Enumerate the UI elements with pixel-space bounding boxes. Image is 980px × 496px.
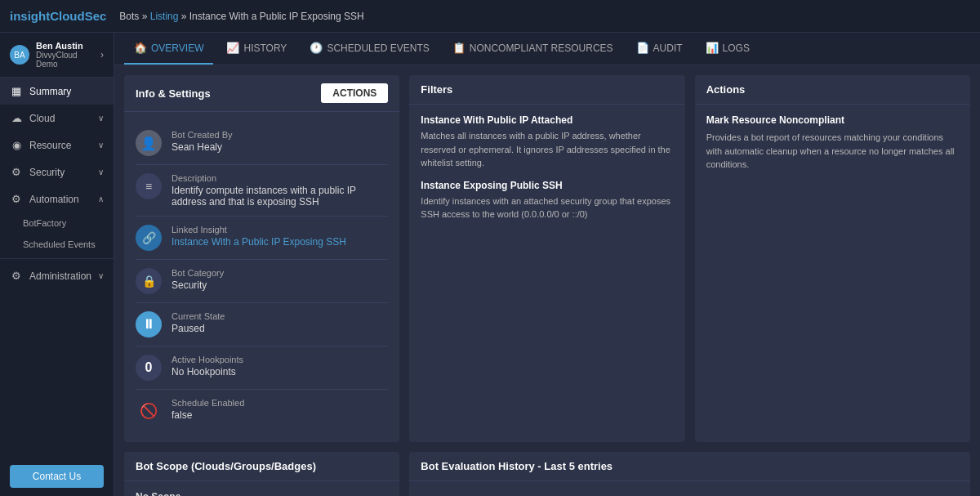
breadcrumb-sep2: » (181, 11, 189, 22)
chevron-down-icon: ∨ (98, 271, 104, 280)
description-label: Description (172, 173, 388, 183)
clock-icon: 🕐 (310, 42, 323, 54)
sidebar-item-label: Automation (29, 194, 98, 205)
chevron-up-icon: ∧ (98, 194, 104, 203)
sidebar-item-label: Summary (29, 86, 104, 97)
sidebar: BA Ben Austin DivvyCloud Demo › ▦ Summar… (0, 33, 114, 496)
security-icon: ⚙ (10, 166, 23, 178)
no-scope-title: No Scope (136, 491, 388, 496)
filter-section-2: Instance Exposing Public SSH Identify in… (421, 180, 673, 221)
breadcrumb-listing[interactable]: Listing (150, 11, 179, 22)
actions-button[interactable]: ACTIONS (321, 83, 388, 103)
description-icon: ≡ (136, 173, 162, 199)
filters-body: Instance With Public IP Attached Matches… (409, 105, 684, 241)
actions-panel-body: Mark Resource Noncompliant Provides a bo… (695, 105, 970, 181)
info-content-created-by: Bot Created By Sean Healy (172, 130, 233, 153)
contact-us-button[interactable]: Contact Us (10, 465, 104, 488)
sidebar-item-scheduled-events[interactable]: Scheduled Events (0, 234, 114, 255)
user-name: Ben Austin (36, 41, 100, 51)
sidebar-item-administration[interactable]: ⚙ Administration ∨ (0, 262, 114, 289)
action-item-title: Mark Resource Noncompliant (706, 114, 959, 126)
info-row-description: ≡ Description Identify compute instances… (136, 165, 388, 217)
avatar: BA (10, 45, 29, 65)
info-content-description: Description Identify compute instances w… (172, 173, 388, 208)
cloud-icon: ☁ (10, 112, 23, 124)
breadcrumb-bots: Bots (119, 11, 139, 22)
hookpoints-value: No Hookpoints (172, 366, 243, 378)
info-content-state: Current State Paused (172, 311, 225, 334)
bot-scope-card: Bot Scope (Clouds/Groups/Badges) No Scop… (124, 452, 399, 496)
info-row-schedule: 🚫 Schedule Enabled false (136, 390, 388, 432)
sidebar-item-security[interactable]: ⚙ Security ∨ (0, 159, 114, 185)
noncompliant-icon: 📋 (452, 42, 466, 54)
info-row-hookpoints: 0 Active Hookpoints No Hookpoints (136, 346, 388, 390)
tab-noncompliant-label: NONCOMPLIANT RESOURCES (470, 42, 613, 54)
home-icon: 🏠 (134, 42, 147, 54)
tab-history[interactable]: 📈 HISTORY (216, 33, 296, 65)
filters-card: Filters Instance With Public IP Attached… (409, 75, 684, 442)
action-item-desc: Provides a bot report of resources match… (706, 131, 959, 172)
description-value: Identify compute instances with a public… (172, 185, 388, 208)
info-content-linked: Linked Insight Instance With a Public IP… (172, 225, 346, 248)
info-settings-body: 👤 Bot Created By Sean Healy ≡ Descriptio… (124, 112, 399, 442)
actions-panel-title: Actions (706, 83, 746, 96)
sidebar-item-automation[interactable]: ⚙ Automation ∧ (0, 185, 114, 212)
current-state-value: Paused (172, 323, 225, 334)
summary-icon: ▦ (10, 85, 23, 97)
sidebar-footer: Contact Us (0, 457, 114, 496)
bot-scope-header: Bot Scope (Clouds/Groups/Badges) (124, 452, 399, 481)
tab-history-label: HISTORY (243, 42, 287, 54)
bot-eval-title: Bot Evaluation History - Last 5 entries (421, 460, 612, 472)
tab-overview[interactable]: 🏠 OVERVIEW (124, 33, 213, 65)
audit-icon: 📄 (636, 42, 649, 54)
user-info: Ben Austin DivvyCloud Demo (36, 41, 100, 69)
resource-icon: ◉ (10, 139, 23, 151)
tab-audit[interactable]: 📄 AUDIT (626, 33, 693, 65)
zero-icon: 0 (136, 355, 162, 381)
linked-insight-value: Instance With a Public IP Exposing SSH (172, 236, 346, 248)
hookpoints-label: Active Hookpoints (172, 355, 243, 364)
tab-audit-label: AUDIT (653, 42, 683, 54)
created-by-value: Sean Healy (172, 141, 233, 153)
app-body: BA Ben Austin DivvyCloud Demo › ▦ Summar… (0, 33, 980, 496)
info-row-linked-insight: 🔗 Linked Insight Instance With a Public … (136, 217, 388, 260)
sidebar-item-summary[interactable]: ▦ Summary (0, 78, 114, 105)
info-content-category: Bot Category Security (172, 268, 224, 291)
logs-icon: 📊 (706, 42, 719, 54)
info-content-hookpoints: Active Hookpoints No Hookpoints (172, 355, 243, 378)
bot-eval-card: Bot Evaluation History - Last 5 entries … (409, 452, 970, 496)
schedule-value: false (172, 409, 244, 421)
chevron-right-icon: › (100, 49, 104, 60)
tab-logs[interactable]: 📊 LOGS (696, 33, 760, 65)
sidebar-item-label: Resource (29, 140, 98, 151)
filter-2-text: Identify instances with an attached secu… (421, 194, 673, 221)
linked-insight-label: Linked Insight (172, 225, 346, 235)
info-content-schedule: Schedule Enabled false (172, 398, 244, 421)
schedule-label: Schedule Enabled (172, 398, 244, 408)
filters-title: Filters (421, 83, 452, 96)
admin-icon: ⚙ (10, 270, 23, 282)
sidebar-item-botfactory[interactable]: BotFactory (0, 212, 114, 234)
chevron-down-icon: ∨ (98, 141, 104, 150)
sidebar-item-cloud[interactable]: ☁ Cloud ∨ (0, 105, 114, 132)
content-area: Info & Settings ACTIONS 👤 Bot Created By… (114, 65, 980, 496)
sidebar-item-label: Security (29, 167, 98, 178)
info-row-current-state: ⏸ Current State Paused (136, 303, 388, 346)
created-by-label: Bot Created By (172, 130, 233, 140)
info-row-created-by: 👤 Bot Created By Sean Healy (136, 122, 388, 165)
sidebar-user[interactable]: BA Ben Austin DivvyCloud Demo › (0, 33, 114, 78)
bot-category-label: Bot Category (172, 268, 224, 278)
actions-panel-card: Actions Mark Resource Noncompliant Provi… (695, 75, 970, 442)
sidebar-item-resource[interactable]: ◉ Resource ∨ (0, 132, 114, 159)
info-settings-card: Info & Settings ACTIONS 👤 Bot Created By… (124, 75, 399, 442)
logo: insightCloudSec (10, 9, 106, 23)
chevron-down-icon: ∨ (98, 114, 104, 123)
linked-insight-link[interactable]: Instance With a Public IP Exposing SSH (172, 236, 346, 248)
tab-scheduled-events[interactable]: 🕐 SCHEDULED EVENTS (300, 33, 439, 65)
tab-noncompliant-resources[interactable]: 📋 NONCOMPLIANT RESOURCES (443, 33, 623, 65)
chevron-down-icon: ∨ (98, 168, 104, 177)
filter-2-title: Instance Exposing Public SSH (421, 180, 673, 191)
bot-scope-body: No Scope This bot currently is invalid d… (124, 481, 399, 496)
sidebar-item-label: Administration (29, 270, 98, 282)
breadcrumb: Bots » Listing » Instance With a Public … (119, 11, 363, 22)
